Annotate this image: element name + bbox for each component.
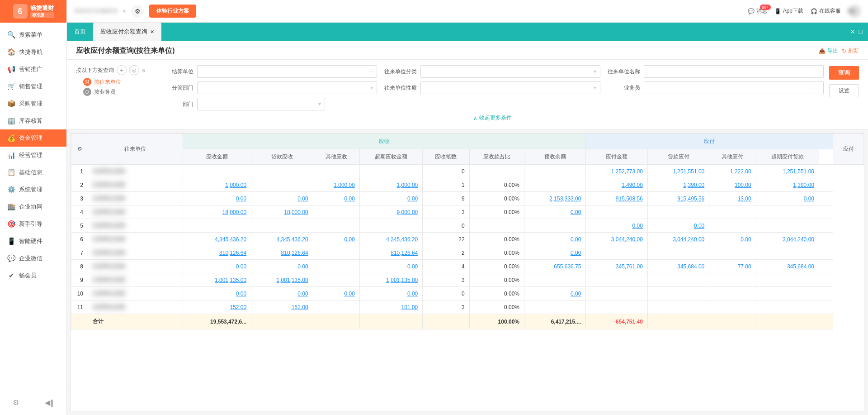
filter-branch-dept-input[interactable]: ▾: [197, 81, 377, 94]
column-settings-icon[interactable]: ⚙: [76, 146, 83, 153]
export-btn[interactable]: 📤 导出: [819, 47, 838, 55]
filter-partner-nature-input[interactable]: ▾: [420, 81, 600, 94]
table-cell[interactable]: 0.00: [524, 233, 585, 246]
table-cell[interactable]: 1,252,773.00: [586, 165, 647, 178]
app-download-btn[interactable]: 📱 App下载: [774, 7, 803, 15]
table-cell[interactable]: 3,044,240.00: [586, 233, 647, 246]
table-cell[interactable]: 0.00: [524, 287, 585, 301]
sidebar-item-member[interactable]: ✔ 畅会员: [0, 267, 66, 284]
th-settings-icon[interactable]: ⚙: [71, 134, 88, 165]
sidebar-item-system[interactable]: ⚙️ 系统管理: [0, 181, 66, 198]
table-cell[interactable]: 915,495.56: [647, 192, 709, 205]
notification-btn[interactable]: 💬 消息 99+: [748, 7, 767, 15]
table-cell[interactable]: 0.00: [709, 233, 756, 246]
table-cell[interactable]: 915,508.56: [586, 192, 647, 205]
table-cell[interactable]: 0.00: [313, 233, 359, 246]
table-cell[interactable]: 1,000.00: [183, 178, 251, 192]
collapse-filter-btn[interactable]: ∧ 收起更多条件: [161, 112, 824, 124]
table-cell[interactable]: 655,636.75: [524, 260, 585, 273]
scheme-by-salesman[interactable]: ⏱ 按业务员: [83, 88, 157, 96]
online-service-btn[interactable]: 🎧 在线客服: [811, 7, 841, 15]
promo-button[interactable]: 体验行业方案: [149, 5, 196, 18]
table-cell[interactable]: 18,000.00: [183, 205, 251, 219]
table-cell[interactable]: 810,126.64: [251, 246, 313, 260]
table-cell[interactable]: 1,251,551.00: [647, 165, 709, 178]
filter-salesman-input[interactable]: ···: [644, 81, 824, 94]
table-cell[interactable]: 4,345,436.20: [251, 233, 313, 246]
table-cell[interactable]: 152.00: [251, 301, 313, 314]
table-cell[interactable]: 0.00: [313, 192, 359, 205]
table-cell[interactable]: 0.00: [359, 260, 422, 273]
sidebar-item-basic-info[interactable]: 📋 基础信息: [0, 164, 66, 181]
filter-dept-input[interactable]: ▾: [197, 98, 325, 110]
sidebar-item-marketing[interactable]: 📢 营销推广: [0, 61, 66, 78]
table-cell[interactable]: 1,000.00: [313, 178, 359, 192]
table-cell[interactable]: 9,000.00: [359, 205, 422, 219]
table-cell[interactable]: 0.00: [183, 287, 251, 301]
user-avatar[interactable]: Rit: [848, 5, 861, 18]
table-cell[interactable]: 0.00: [647, 219, 709, 233]
sidebar-item-search-menu[interactable]: 🔍 搜索菜单: [0, 26, 66, 43]
table-cell[interactable]: 2,153,333.00: [524, 192, 585, 205]
table-cell[interactable]: 1,251,551.00: [756, 165, 819, 178]
table-cell[interactable]: 100.00: [709, 178, 756, 192]
table-cell[interactable]: 0.00: [586, 219, 647, 233]
table-cell[interactable]: 152.00: [183, 301, 251, 314]
filter-settlement-input[interactable]: ···: [197, 65, 377, 78]
table-cell[interactable]: 0.00: [251, 260, 313, 273]
sidebar-collapse-btn[interactable]: ◀‖: [41, 395, 57, 410]
table-cell[interactable]: 1,000.00: [359, 178, 422, 192]
sidebar-item-wechat[interactable]: 💬 企业微信: [0, 250, 66, 267]
table-cell[interactable]: 345,684.00: [647, 260, 709, 273]
tab-close-btn[interactable]: ✕: [150, 29, 154, 35]
table-cell[interactable]: 0.00: [251, 192, 313, 205]
table-cell[interactable]: 0.00: [313, 287, 359, 301]
sidebar-item-enterprise[interactable]: 🏬 企业协同: [0, 198, 66, 215]
query-button[interactable]: 查询: [829, 66, 859, 80]
filter-partner-category-input[interactable]: ▾: [420, 65, 600, 78]
table-cell[interactable]: 0.00: [756, 192, 819, 205]
tab-ar-ap-query[interactable]: 应收应付余额查询 ✕: [93, 23, 161, 41]
table-cell[interactable]: 1,390.00: [647, 178, 709, 192]
table-cell[interactable]: 810,126.64: [183, 246, 251, 260]
sidebar-item-operation[interactable]: 📊 经营管理: [0, 147, 66, 164]
table-cell[interactable]: 0.00: [359, 192, 422, 205]
sidebar-item-hardware[interactable]: 📱 智能硬件: [0, 233, 66, 250]
window-maximize-btn[interactable]: □: [859, 28, 863, 35]
settings-gear-btn[interactable]: ⚙: [131, 5, 144, 18]
scheme-by-partner[interactable]: 财 按往来单位: [83, 78, 157, 86]
sidebar-item-sales[interactable]: 🛒 销售管理: [0, 78, 66, 95]
table-cell[interactable]: 0.00: [524, 205, 585, 219]
table-cell[interactable]: 345,761.00: [586, 260, 647, 273]
filter-target-btn[interactable]: ◎: [129, 65, 139, 75]
sidebar-item-finance[interactable]: 💰 资金管理: [0, 129, 66, 147]
filter-partner-name-input[interactable]: [644, 65, 824, 78]
table-cell[interactable]: 1,001,135.00: [359, 273, 422, 287]
table-cell[interactable]: 0.00: [524, 246, 585, 260]
table-cell[interactable]: 0.00: [251, 287, 313, 301]
filter-add-btn[interactable]: +: [117, 65, 127, 75]
table-cell[interactable]: 18,000.00: [251, 205, 313, 219]
table-cell[interactable]: 101.00: [359, 301, 422, 314]
window-close-btn[interactable]: ✕: [850, 28, 855, 35]
table-cell[interactable]: 0.00: [183, 192, 251, 205]
table-cell[interactable]: 1,001,135.00: [183, 273, 251, 287]
table-cell[interactable]: 77.00: [709, 260, 756, 273]
filter-collapse-left-btn[interactable]: «: [142, 67, 146, 74]
table-cell[interactable]: 810,126.64: [359, 246, 422, 260]
tab-home[interactable]: 首页: [67, 23, 93, 41]
sidebar-item-purchase[interactable]: 📦 采购管理: [0, 95, 66, 112]
settings-button[interactable]: 设置: [829, 84, 859, 97]
table-cell[interactable]: 13.00: [709, 192, 756, 205]
table-cell[interactable]: 3,044,240.00: [756, 233, 819, 246]
table-cell[interactable]: 345,684.00: [756, 260, 819, 273]
sidebar-item-guide[interactable]: 🎯 新手引导: [0, 215, 66, 233]
table-cell[interactable]: 1,390.00: [756, 178, 819, 192]
sidebar-settings-btn[interactable]: ⚙: [9, 395, 23, 410]
table-cell[interactable]: 4,345,436.20: [183, 233, 251, 246]
sidebar-item-inventory[interactable]: 🏢 库存核算: [0, 112, 66, 129]
table-cell[interactable]: 1,001,135.00: [251, 273, 313, 287]
table-cell[interactable]: 1,222.00: [709, 165, 756, 178]
table-cell[interactable]: 1,490.00: [586, 178, 647, 192]
table-cell[interactable]: 0.00: [183, 260, 251, 273]
